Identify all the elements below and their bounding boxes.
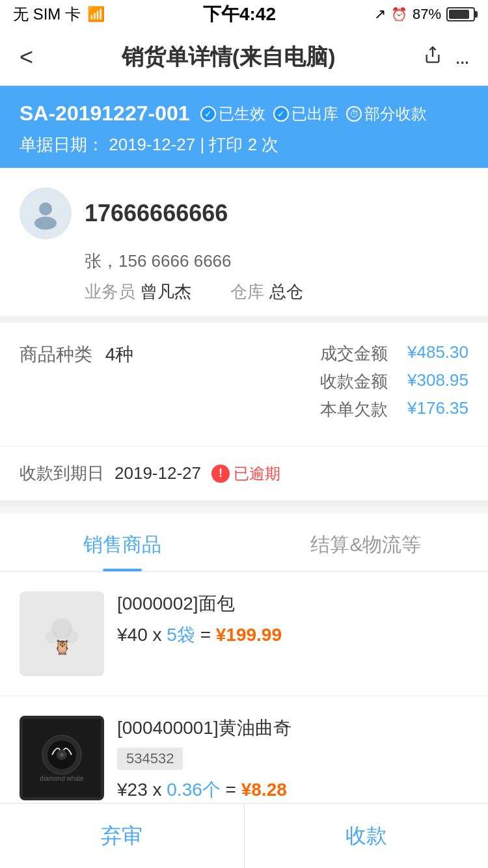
overdue-badge: ! 已逾期 — [211, 463, 280, 484]
price-base-2: ¥23 — [117, 780, 148, 800]
price-qty-1: 5袋 — [167, 625, 195, 645]
received-amount-row: 收款金额 ¥308.95 — [320, 370, 468, 393]
price-x-1: x — [153, 625, 167, 645]
tabs-row: 销售商品 结算&物流等 — [0, 513, 488, 572]
header-banner: SA-20191227-001 ✓ 已生效 ✓ 已出库 ⏱ 部分收款 单据日期：… — [0, 86, 488, 168]
salesman-value: 曾凡杰 — [141, 280, 191, 303]
battery-fill — [449, 10, 469, 19]
price-qty-2: 0.36个 — [167, 780, 221, 800]
deal-amount-value: ¥485.30 — [407, 342, 468, 365]
due-label: 收款到期日 — [20, 462, 104, 485]
nav-actions: ... — [424, 45, 468, 69]
customer-name: 张，156 6666 6666 — [20, 250, 468, 273]
status-left: 无 SIM 卡 📶 — [13, 4, 105, 25]
tab-settlement[interactable]: 结算&物流等 — [244, 513, 488, 571]
share-button[interactable] — [424, 46, 442, 68]
battery-percent: 87% — [413, 6, 441, 23]
status-badge-3: ⏱ 部分收款 — [346, 103, 427, 124]
location-icon: ↗ — [374, 6, 386, 23]
order-row: SA-20191227-001 ✓ 已生效 ✓ 已出库 ⏱ 部分收款 — [20, 102, 468, 126]
summary-right: 成交金额 ¥485.30 收款金额 ¥308.95 本单欠款 ¥176.35 — [320, 342, 468, 426]
status-time: 下午4:42 — [203, 2, 276, 27]
product-type-value: 4种 — [105, 344, 134, 364]
product-info-1: [0000002]面包 ¥40 x 5袋 = ¥199.99 — [117, 591, 468, 647]
date-label: 单据日期： — [20, 135, 104, 154]
price-x-2: x — [153, 780, 167, 800]
status-label-1: 已生效 — [219, 103, 265, 124]
debt-amount-row: 本单欠款 ¥176.35 — [320, 398, 468, 421]
price-eq-2: = — [226, 780, 241, 800]
status-badges: ✓ 已生效 ✓ 已出库 ⏱ 部分收款 — [200, 103, 427, 124]
due-date-value: 2019-12-27 — [115, 463, 201, 483]
price-total-1: ¥199.99 — [216, 625, 282, 645]
status-badge-1: ✓ 已生效 — [200, 103, 265, 124]
back-button[interactable]: < — [20, 44, 33, 71]
product-price-1: ¥40 x 5袋 = ¥199.99 — [117, 623, 468, 647]
status-label-2: 已出库 — [291, 103, 338, 124]
deal-amount-label: 成交金额 — [320, 342, 388, 365]
debt-value: ¥176.35 — [407, 398, 468, 421]
product-thumbnail-1: 🦉 — [20, 591, 104, 676]
received-label: 收款金额 — [320, 370, 388, 393]
list-item: 🦉 [0000002]面包 ¥40 x 5袋 = ¥199.99 — [0, 572, 488, 696]
overdue-text: 已逾期 — [234, 463, 280, 484]
bottom-bar: 弃审 收款 — [0, 803, 488, 868]
deal-amount-row: 成交金额 ¥485.30 — [320, 342, 468, 365]
tabs-section: 销售商品 结算&物流等 — [0, 513, 488, 572]
tab-sales-products[interactable]: 销售商品 — [0, 513, 244, 571]
divider-2 — [0, 500, 488, 507]
check-icon-2: ✓ — [273, 106, 289, 122]
clock-icon: ⏱ — [346, 106, 362, 122]
date-value: 2019-12-27 — [109, 135, 195, 154]
divider-1 — [0, 316, 488, 323]
product-name-2: [000400001]黄油曲奇 — [117, 716, 468, 740]
product-thumbnail-2: diamond whale — [20, 716, 104, 800]
product-list: 🦉 [0000002]面包 ¥40 x 5袋 = ¥199.99 diamo — [0, 572, 488, 822]
product-type-label: 商品种类 — [20, 344, 92, 364]
alarm-icon: ⏰ — [391, 7, 407, 22]
svg-point-1 — [39, 202, 52, 215]
banner-date: 单据日期： 2019-12-27 | 打印 2 次 — [20, 133, 468, 156]
status-right: ↗ ⏰ 87% — [374, 6, 475, 23]
product-tag-2: 534532 — [117, 748, 183, 770]
received-value: ¥308.95 — [407, 370, 468, 393]
status-bar: 无 SIM 卡 📶 下午4:42 ↗ ⏰ 87% — [0, 0, 488, 29]
page-title: 销货单详情(来自电脑) — [122, 42, 336, 72]
warehouse-value: 总仓 — [269, 280, 303, 303]
customer-row: 17666666666 — [20, 187, 468, 239]
check-icon-1: ✓ — [200, 106, 216, 122]
product-type-item: 商品种类 4种 — [20, 342, 133, 367]
product-price-2: ¥23 x 0.36个 = ¥8.28 — [117, 778, 468, 802]
battery-icon — [446, 7, 475, 21]
carrier-label: 无 SIM 卡 — [13, 4, 81, 25]
collect-payment-button[interactable]: 收款 — [245, 804, 489, 868]
price-total-2: ¥8.28 — [241, 780, 287, 800]
print-count: 2 次 — [248, 135, 279, 154]
warehouse-label: 仓库 — [230, 280, 264, 303]
customer-id: 17666666666 — [85, 200, 228, 227]
svg-point-2 — [34, 217, 57, 230]
svg-point-12 — [60, 753, 64, 757]
overdue-icon: ! — [211, 465, 230, 483]
wifi-icon: 📶 — [87, 6, 105, 23]
summary-section: 商品种类 4种 成交金额 ¥485.30 收款金额 ¥308.95 本单欠款 ¥… — [0, 323, 488, 446]
warehouse-meta: 仓库 总仓 — [230, 280, 303, 303]
price-eq-1: = — [200, 625, 216, 645]
summary-left: 商品种类 4种 — [20, 342, 133, 371]
product-info-2: [000400001]黄油曲奇 534532 ¥23 x 0.36个 = ¥8.… — [117, 716, 468, 802]
more-button[interactable]: ... — [455, 45, 468, 69]
avatar — [20, 187, 72, 239]
customer-meta: 业务员 曾凡杰 仓库 总仓 — [20, 280, 468, 303]
nav-bar: < 销货单详情(来自电脑) ... — [0, 29, 488, 86]
product-name-1: [0000002]面包 — [117, 591, 468, 616]
salesman-meta: 业务员 曾凡杰 — [85, 280, 191, 303]
price-base-1: ¥40 — [117, 625, 148, 645]
salesman-label: 业务员 — [85, 280, 135, 303]
svg-text:🦉: 🦉 — [53, 638, 72, 656]
status-label-3: 部分收款 — [364, 103, 427, 124]
abandon-review-button[interactable]: 弃审 — [0, 804, 245, 868]
order-number: SA-20191227-001 — [20, 102, 190, 126]
svg-text:diamond whale: diamond whale — [40, 775, 84, 782]
print-label: 打印 — [209, 135, 243, 154]
customer-section: 17666666666 张，156 6666 6666 业务员 曾凡杰 仓库 总… — [0, 168, 488, 316]
